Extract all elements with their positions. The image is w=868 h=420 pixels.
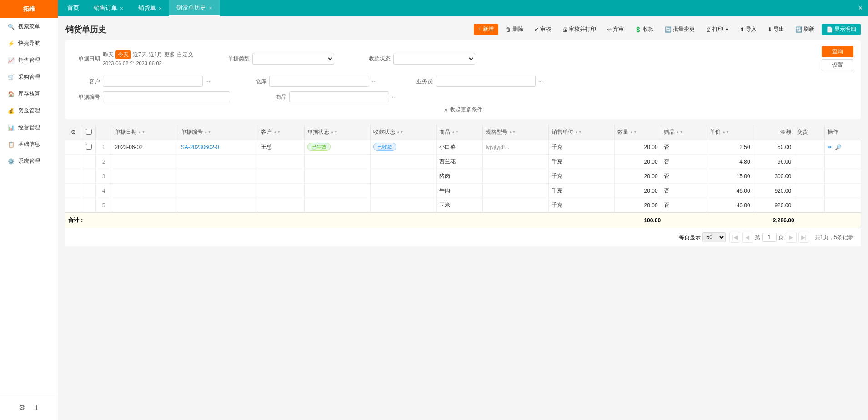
delete-button[interactable]: 🗑 删除 — [502, 24, 527, 35]
select-all-checkbox[interactable] — [86, 129, 92, 135]
collectstatus-col-header[interactable]: 收款状态 ▲▼ — [370, 125, 436, 140]
row-collectstatus — [370, 184, 436, 198]
warehouse-dots[interactable]: ··· — [372, 78, 376, 85]
row-actions — [825, 198, 861, 213]
action-btns: ✏🔎 — [828, 144, 858, 150]
sidebar-item-purchase[interactable]: 🛒 采购管理 — [0, 69, 58, 85]
unitprice-col-header[interactable]: 单价 ▲▼ — [707, 125, 753, 140]
customer-dots[interactable]: ··· — [206, 78, 210, 85]
action-编辑[interactable]: ✏ — [828, 144, 832, 150]
shortcut-yesterday[interactable]: 昨天 — [103, 51, 114, 59]
discard-button[interactable]: ↩ 弃审 — [603, 24, 627, 35]
sidebar-logo: 拓维 — [0, 0, 58, 18]
close-sales-order-btn[interactable]: × — [120, 5, 124, 12]
nav-sales-history[interactable]: 销货单历史 × — [169, 0, 220, 16]
show-detail-button[interactable]: 📄 显示明细 — [822, 24, 861, 35]
settings-filter-button[interactable]: 设置 — [822, 59, 853, 71]
nav-sales-goods[interactable]: 销货单 × — [131, 0, 170, 16]
sidebar-item-label: 资金管理 — [18, 107, 40, 115]
docno-sort-icon[interactable]: ▲▼ — [204, 130, 211, 134]
shortcut-today[interactable]: 今天 — [115, 50, 131, 59]
first-page-btn[interactable]: |◀ — [729, 232, 740, 243]
row-checkbox[interactable] — [86, 144, 92, 150]
date-col-header[interactable]: 单据日期 ▲▼ — [112, 125, 178, 140]
unit-col-header[interactable]: 销售单位 ▲▼ — [548, 125, 614, 140]
sidebar-item-system[interactable]: ⚙️ 系统管理 — [0, 153, 58, 170]
docno-input[interactable] — [103, 91, 230, 102]
doc-no-link[interactable]: SA-20230602-0 — [181, 144, 219, 150]
bottom-settings-icon[interactable]: ⚙ — [19, 403, 25, 412]
table-settings-icon[interactable]: ⚙ — [71, 129, 76, 135]
doctype-select[interactable] — [252, 53, 334, 65]
date-range: 2023-06-02 至 2023-06-02 — [103, 60, 193, 67]
gift-sort-icon[interactable]: ▲▼ — [676, 130, 683, 134]
staff-dots[interactable]: ··· — [538, 78, 543, 85]
goods-input[interactable] — [289, 91, 389, 102]
qty-sort-icon[interactable]: ▲▼ — [630, 130, 637, 134]
export-button[interactable]: ⬇ 导出 — [764, 24, 788, 35]
shortcut-more[interactable]: 更多 — [164, 51, 175, 59]
print-icon: 🖨 — [706, 26, 711, 33]
unitprice-sort-icon[interactable]: ▲▼ — [722, 130, 729, 134]
settings-col-header[interactable]: ⚙ — [65, 125, 82, 140]
customer-col-header[interactable]: 客户 ▲▼ — [258, 125, 305, 140]
close-sales-goods-btn[interactable]: × — [159, 5, 162, 12]
nav-sales-order[interactable]: 销售订单 × — [86, 0, 131, 16]
next-page-btn[interactable]: ▶ — [786, 232, 797, 243]
batch-change-button[interactable]: 🔄 批量变更 — [661, 24, 698, 35]
action-详情[interactable]: 🔎 — [835, 144, 842, 150]
collectstatus-sort-icon[interactable]: ▲▼ — [396, 130, 404, 134]
date-sort-icon[interactable]: ▲▼ — [138, 130, 146, 134]
query-button[interactable]: 查询 — [822, 46, 853, 57]
docstatus-col-header[interactable]: 单据状态 ▲▼ — [304, 125, 370, 140]
collect-button[interactable]: 💲 收款 — [631, 24, 657, 35]
sidebar-item-finance[interactable]: 💰 资金管理 — [0, 102, 58, 119]
per-page-select[interactable]: 50 100 — [702, 232, 726, 242]
sidebar-item-quicknav[interactable]: ⚡ 快捷导航 — [0, 35, 58, 52]
prev-page-btn[interactable]: ◀ — [742, 232, 753, 243]
spec-sort-icon[interactable]: ▲▼ — [509, 130, 516, 134]
bottom-collapse-icon[interactable]: ⏸ — [32, 403, 40, 412]
row-goods: 小白菜 — [437, 140, 483, 155]
sidebar-item-basic[interactable]: 📋 基础信息 — [0, 136, 58, 153]
shortcut-7days[interactable]: 近7天 — [133, 51, 147, 59]
print-button[interactable]: 🖨 打印 ▼ — [702, 24, 733, 35]
gift-col-header[interactable]: 赠品 ▲▼ — [661, 125, 707, 140]
goods-sort-icon[interactable]: ▲▼ — [452, 130, 459, 134]
refresh-button[interactable]: 🔃 刷新 — [792, 24, 818, 35]
sidebar-item-label: 系统管理 — [18, 157, 40, 165]
spec-col-header[interactable]: 规格型号 ▲▼ — [482, 125, 548, 140]
audit-print-button[interactable]: 🖨 审核并打印 — [558, 24, 600, 35]
goods-col-header[interactable]: 商品 ▲▼ — [437, 125, 483, 140]
warehouse-input[interactable] — [269, 76, 369, 87]
sidebar-item-inventory[interactable]: 🏠 库存核算 — [0, 85, 58, 102]
delete-icon: 🗑 — [506, 26, 511, 33]
row-customer — [258, 184, 305, 198]
audit-button[interactable]: ✔ 审核 — [531, 24, 555, 35]
sidebar-item-operation[interactable]: 📊 经营管理 — [0, 119, 58, 136]
row-spec — [482, 198, 548, 213]
collect-status-select[interactable] — [393, 53, 475, 65]
unit-sort-icon[interactable]: ▲▼ — [575, 130, 582, 134]
shortcut-custom[interactable]: 自定义 — [177, 51, 193, 59]
row-docstatus — [304, 198, 370, 213]
docstatus-sort-icon[interactable]: ▲▼ — [331, 130, 338, 134]
page-title: 销货单历史 — [65, 24, 106, 35]
last-page-btn[interactable]: ▶| — [798, 232, 809, 243]
page-number-input[interactable] — [762, 233, 777, 242]
qty-col-header[interactable]: 数量 ▲▼ — [615, 125, 661, 140]
shortcut-1month[interactable]: 近1月 — [149, 51, 163, 59]
collapse-filter-btn[interactable]: ∧ 收起更多条件 — [73, 106, 853, 114]
goods-dots[interactable]: ··· — [392, 94, 396, 100]
customer-sort-icon[interactable]: ▲▼ — [273, 130, 281, 134]
sidebar-item-search[interactable]: 🔍 搜索菜单 — [0, 18, 58, 35]
staff-input[interactable] — [436, 76, 536, 87]
docno-col-header[interactable]: 单据编号 ▲▼ — [178, 125, 258, 140]
nav-home[interactable]: 首页 — [58, 0, 86, 16]
close-all-tabs-btn[interactable]: × — [858, 4, 868, 12]
import-button[interactable]: ⬆ 导入 — [736, 24, 760, 35]
new-button[interactable]: + 新增 — [474, 24, 498, 35]
sidebar-item-sales[interactable]: 📈 销售管理 — [0, 52, 58, 69]
customer-input[interactable] — [103, 76, 203, 87]
close-sales-history-btn[interactable]: × — [209, 5, 212, 11]
